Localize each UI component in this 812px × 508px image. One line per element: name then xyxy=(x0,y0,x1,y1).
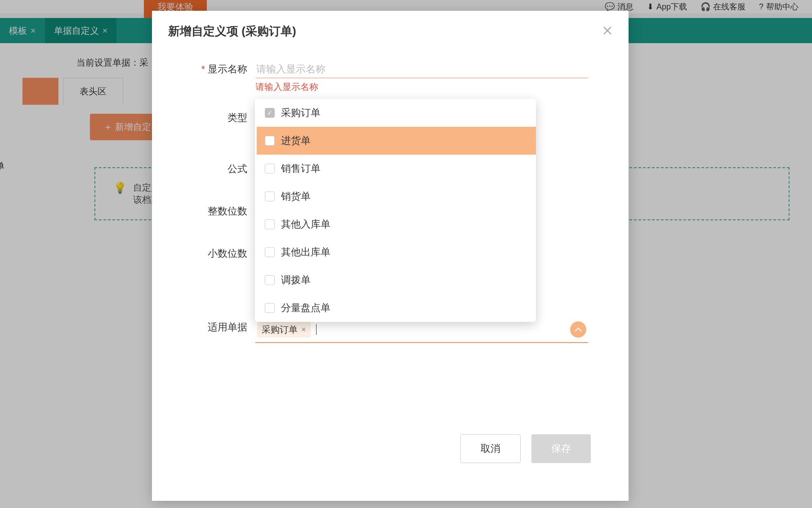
label-int-digits: 整数位数 xyxy=(192,203,255,218)
save-button[interactable]: 保存 xyxy=(531,434,591,463)
applicable-dropdown: ✓ 采购订单 进货单 销售订单 销货单 其他入库单 其他出库单 xyxy=(255,99,536,322)
add-custom-modal: 新增自定义项 (采购订单) *显示名称 请输入显示名称 类型 公式 整数位数 xyxy=(152,11,629,501)
row-applicable: 适用单据 采购订单 × xyxy=(192,319,588,343)
dropdown-option[interactable]: 调拨单 xyxy=(257,266,536,294)
dropdown-option[interactable]: 其他出库单 xyxy=(257,238,536,266)
tag-remove-icon[interactable]: × xyxy=(301,325,306,334)
label-formula: 公式 xyxy=(192,160,255,176)
dropdown-option[interactable]: 销售订单 xyxy=(257,155,536,183)
option-label: 调拨单 xyxy=(281,273,311,287)
label-display-name: *显示名称 xyxy=(192,61,255,76)
cancel-button[interactable]: 取消 xyxy=(460,434,521,463)
chevron-up-icon xyxy=(575,327,582,332)
display-name-error: 请输入显示名称 xyxy=(255,81,588,93)
option-label: 销售订单 xyxy=(281,162,321,175)
row-display-name: *显示名称 请输入显示名称 xyxy=(192,61,588,93)
dropdown-toggle-button[interactable] xyxy=(570,321,586,338)
dropdown-option[interactable]: ✓ 采购订单 xyxy=(257,99,536,127)
dropdown-option[interactable]: 进货单 xyxy=(257,127,536,155)
checkbox-icon[interactable] xyxy=(265,136,275,146)
close-icon xyxy=(602,26,612,36)
checkbox-icon[interactable] xyxy=(265,219,275,229)
checkbox-icon[interactable] xyxy=(265,247,275,257)
text-cursor xyxy=(316,324,317,335)
dropdown-option[interactable]: 分量盘点单 xyxy=(257,294,536,322)
label-dec-digits: 小数位数 xyxy=(192,245,255,260)
dropdown-scroll[interactable]: ✓ 采购订单 进货单 销售订单 销货单 其他入库单 其他出库单 xyxy=(255,99,536,322)
label-type: 类型 xyxy=(192,109,255,125)
tag-label: 采购订单 xyxy=(262,324,298,336)
checkbox-checked-icon[interactable]: ✓ xyxy=(265,108,275,118)
selected-tag: 采购订单 × xyxy=(257,322,311,338)
option-label: 采购订单 xyxy=(281,106,321,120)
option-label: 其他入库单 xyxy=(281,218,330,231)
option-label: 进货单 xyxy=(281,134,311,147)
dropdown-option[interactable]: 销货单 xyxy=(257,183,536,210)
modal-footer: 取消 保存 xyxy=(460,434,591,463)
option-label: 分量盘点单 xyxy=(281,301,330,315)
checkbox-icon[interactable] xyxy=(265,275,275,285)
checkbox-icon[interactable] xyxy=(265,303,275,313)
modal-close-button[interactable] xyxy=(602,24,612,39)
modal-header: 新增自定义项 (采购订单) xyxy=(152,11,629,47)
modal-title: 新增自定义项 (采购订单) xyxy=(168,23,296,39)
dropdown-option[interactable]: 其他入库单 xyxy=(257,210,536,238)
applicable-input[interactable]: 采购订单 × xyxy=(255,319,588,343)
option-label: 其他出库单 xyxy=(281,245,330,259)
checkbox-icon[interactable] xyxy=(265,192,275,201)
label-applicable: 适用单据 xyxy=(192,319,255,334)
checkbox-icon[interactable] xyxy=(265,164,275,174)
option-label: 销货单 xyxy=(281,190,311,203)
display-name-input[interactable] xyxy=(255,61,588,78)
